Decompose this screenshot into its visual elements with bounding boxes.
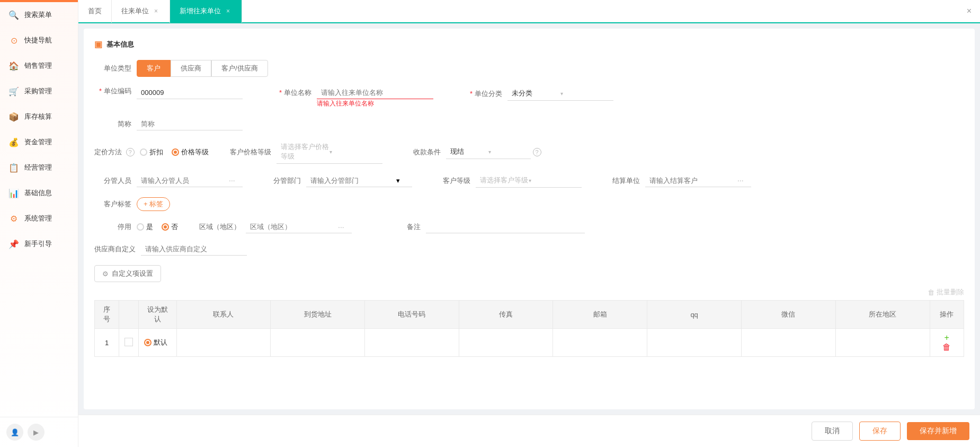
disabled-radio-yes[interactable]: 是	[137, 222, 153, 232]
tab-counterparty[interactable]: 往来单位 ×	[112, 0, 170, 23]
sales-icon: 🏠	[8, 60, 19, 71]
unit-type-both[interactable]: 客户/供应商	[211, 60, 268, 77]
tab-counterparty-close[interactable]: ×	[152, 6, 160, 16]
region-input[interactable]	[246, 221, 336, 233]
contact-input[interactable]	[182, 339, 265, 347]
department-input[interactable]	[306, 174, 396, 187]
disabled-region-row: 停用 是 否 区域（地区） ··· 备注	[94, 221, 964, 233]
col-phone: 电话号码	[364, 301, 459, 329]
unit-category-select[interactable]: 未分类 ▾	[507, 86, 613, 101]
manager-label: 分管人员	[94, 176, 137, 186]
cell-contact[interactable]	[176, 329, 271, 357]
save-button[interactable]: 保存	[859, 422, 901, 441]
cell-wechat[interactable]	[742, 329, 836, 357]
remark-input[interactable]	[426, 221, 585, 233]
customer-price-select[interactable]: 请选择客户价格等级 ▾	[277, 140, 382, 164]
disabled-radio-no[interactable]: 否	[162, 222, 178, 232]
sidebar-label-operations: 经营管理	[24, 163, 52, 172]
phone-input[interactable]	[370, 339, 453, 347]
cell-email[interactable]	[553, 329, 647, 357]
pricing-radio-level[interactable]: 价格等级	[172, 147, 209, 157]
supplier-custom-input[interactable]	[141, 243, 247, 256]
unit-code-input[interactable]	[137, 86, 243, 99]
sidebar-label-search: 搜索菜单	[24, 10, 52, 20]
cell-phone[interactable]	[364, 329, 459, 357]
payment-terms-select[interactable]: 现结 ▾	[446, 145, 531, 159]
tab-home[interactable]: 首页	[78, 0, 112, 23]
cancel-button[interactable]: 取消	[812, 422, 853, 441]
delete-icon: 🗑	[928, 288, 934, 296]
pricing-radio-discount[interactable]: 折扣	[140, 147, 163, 157]
tab-new-counterparty-close[interactable]: ×	[224, 6, 232, 16]
sidebar-item-sales[interactable]: 🏠 销售管理	[0, 53, 78, 78]
region-dots-icon[interactable]: ···	[336, 223, 346, 231]
payment-terms-label: 收款条件	[404, 147, 446, 157]
sidebar-item-basic[interactable]: 📊 基础信息	[0, 180, 78, 206]
close-all-button[interactable]: ×	[958, 6, 980, 16]
custom-settings-button[interactable]: ⚙ 自定义项设置	[94, 265, 161, 282]
pricing-help-icon[interactable]: ?	[126, 148, 135, 156]
cell-qq[interactable]	[647, 329, 742, 357]
delete-row-button[interactable]: 🗑	[940, 343, 953, 352]
add-row-button[interactable]: +	[942, 333, 951, 343]
radio-circle-no	[162, 223, 169, 231]
short-name-input[interactable]	[137, 118, 243, 130]
sidebar-label-sales: 销售管理	[24, 61, 52, 71]
col-fax: 传真	[459, 301, 553, 329]
manager-dots-icon[interactable]: ···	[227, 176, 237, 185]
form-content: ▣ 基本信息 单位类型 客户 供应商 客户/供应商 单位编码 单位名称 请输入	[84, 29, 975, 409]
settlement-input[interactable]	[645, 174, 735, 187]
manager-input[interactable]	[137, 174, 227, 187]
row-checkbox[interactable]	[124, 338, 133, 346]
chevron-down-icon-2: ▾	[329, 149, 378, 155]
settlement-dots-icon[interactable]: ···	[735, 176, 746, 185]
unit-name-input[interactable]	[317, 86, 433, 99]
expand-icon[interactable]: ▶	[28, 424, 44, 441]
region-table-input[interactable]	[841, 339, 924, 347]
sidebar-item-operations[interactable]: 📋 经营管理	[0, 155, 78, 180]
sidebar-item-inventory[interactable]: 📦 库存核算	[0, 104, 78, 129]
tab-new-counterparty[interactable]: 新增往来单位 ×	[170, 0, 242, 23]
wechat-input[interactable]	[747, 339, 830, 347]
cell-default: 默认	[139, 329, 176, 357]
add-tag-button[interactable]: + 标签	[137, 197, 170, 211]
customer-level-select[interactable]: 请选择客户等级 ▾	[476, 173, 582, 188]
fax-input[interactable]	[465, 339, 548, 347]
radio-circle-level	[172, 148, 179, 156]
sidebar-item-newbie[interactable]: 📌 新手引导	[0, 231, 78, 257]
short-name-row: 简称	[94, 118, 964, 130]
table-header-row: 序号 设为默认 联系人 到货地址 电话号码 传真 邮箱 qq 微信 所在地区 操…	[95, 301, 964, 329]
sidebar-item-search[interactable]: 🔍 搜索菜单	[0, 2, 78, 28]
tag-row: 客户标签 + 标签	[94, 197, 964, 211]
save-new-button[interactable]: 保存并新增	[907, 422, 969, 440]
sidebar-item-finance[interactable]: 💰 资金管理	[0, 129, 78, 155]
email-input[interactable]	[558, 339, 642, 347]
address-input[interactable]	[276, 339, 359, 347]
unit-type-supplier[interactable]: 供应商	[171, 60, 211, 77]
default-radio[interactable]: 默认	[144, 338, 171, 347]
tag-label: 客户标签	[94, 199, 137, 209]
sidebar-label-finance: 资金管理	[24, 137, 52, 147]
cell-address[interactable]	[271, 329, 365, 357]
payment-terms-help-icon[interactable]: ?	[533, 148, 541, 156]
qq-input[interactable]	[653, 339, 736, 347]
cell-seq: 1	[95, 329, 119, 357]
sidebar-item-purchase[interactable]: 🛒 采购管理	[0, 78, 78, 104]
cell-actions: + 🗑	[930, 329, 964, 357]
pricing-radio-group: 折扣 价格等级	[140, 147, 209, 157]
cell-fax[interactable]	[459, 329, 553, 357]
search-icon: 🔍	[8, 10, 19, 20]
col-checkbox	[119, 301, 139, 329]
sidebar-item-quick-nav[interactable]: ⊙ 快捷导航	[0, 28, 78, 53]
unit-type-label: 单位类型	[94, 64, 137, 73]
cell-region[interactable]	[835, 329, 930, 357]
batch-delete-button[interactable]: 🗑 批量删除	[928, 287, 964, 297]
unit-type-customer[interactable]: 客户	[137, 60, 171, 77]
cell-checkbox[interactable]	[119, 329, 139, 357]
region-label: 区域（地区）	[199, 222, 246, 232]
pricing-label: 定价方法 ?	[94, 147, 140, 157]
unit-code-label: 单位编码	[94, 86, 137, 96]
sidebar-item-system[interactable]: ⚙ 系统管理	[0, 206, 78, 231]
disabled-radio-group: 是 否	[137, 222, 178, 232]
col-email: 邮箱	[553, 301, 647, 329]
